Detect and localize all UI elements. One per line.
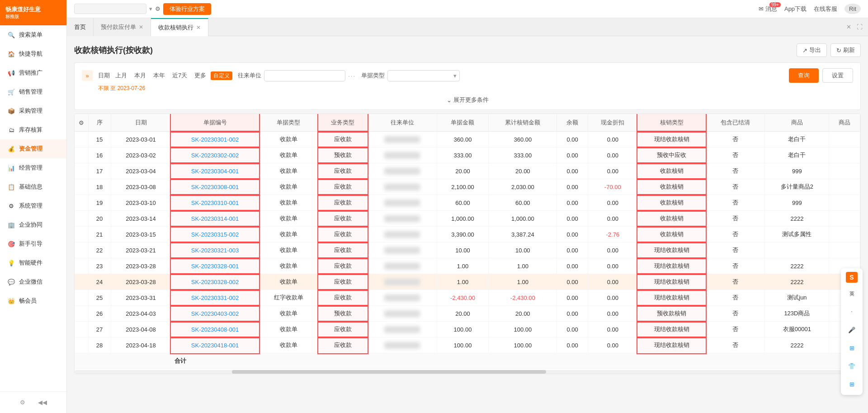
- bill-no-link[interactable]: SK-20230331-002: [191, 294, 239, 301]
- bill-no-link[interactable]: SK-20230310-001: [191, 199, 239, 206]
- date-btn-more[interactable]: 更多: [192, 71, 209, 81]
- sidebar-item-marketing[interactable]: 📢 营销推广: [0, 63, 66, 82]
- data-table: ⚙ 序 日期 单据编号 单据类型 业务类型 往来单位 单据金额 累计核销金额 余…: [75, 114, 860, 369]
- float-shirt-btn[interactable]: 👕: [844, 359, 859, 373]
- bill-no-link[interactable]: SK-20230321-003: [191, 247, 239, 254]
- bill-type-select[interactable]: [387, 70, 460, 81]
- sidebar-item-sales[interactable]: 🛒 销售管理: [0, 82, 66, 101]
- bill-no-cell: SK-20230304-001: [171, 163, 259, 179]
- export-btn[interactable]: ↗ 导出: [797, 43, 827, 57]
- sidebar-item-operations[interactable]: 📊 经营管理: [0, 158, 66, 177]
- sidebar-item-basic[interactable]: 📋 基础信息: [0, 177, 66, 196]
- notification-badge[interactable]: ✉ 消息 99+: [759, 5, 777, 13]
- balance-cell: 0.00: [557, 179, 588, 195]
- tab-home[interactable]: 首页: [67, 18, 94, 36]
- gear-column-header[interactable]: ⚙: [75, 114, 88, 132]
- sidebar-item-enterprise[interactable]: 🏢 企业协同: [0, 215, 66, 234]
- filter-toggle-btn[interactable]: »: [82, 70, 93, 81]
- gear-cell: [75, 258, 88, 274]
- tab-prepay[interactable]: 预付款应付单 ✕: [94, 18, 151, 36]
- sidebar-item-inventory[interactable]: 🗂 库存核算: [0, 120, 66, 139]
- sidebar-item-search[interactable]: 🔍 搜索菜单: [0, 25, 66, 44]
- partner-cell: hidden: [368, 163, 437, 179]
- bill-amount-cell: 2,100.00: [437, 179, 489, 195]
- balance-column-header: 余额: [557, 114, 588, 132]
- include-settled-cell: 否: [706, 322, 765, 337]
- tab-collection-close[interactable]: ✕: [196, 24, 201, 31]
- sidebar-item-system[interactable]: ⚙ 系统管理: [0, 196, 66, 215]
- cumulative-cell: 3,387.24: [489, 227, 557, 242]
- sidebar-item-finance[interactable]: 💰 资金管理: [0, 139, 66, 158]
- table-scrollbar[interactable]: [75, 370, 860, 374]
- bill-type-cell: 收款单: [259, 132, 318, 147]
- page-actions: ↗ 导出 ↻ 刷新: [797, 43, 861, 57]
- user-avatar[interactable]: Rit: [844, 4, 861, 14]
- bill-no-link[interactable]: SK-20230403-002: [191, 310, 239, 317]
- biz-type-cell: 应收款: [318, 258, 368, 274]
- settings-icon[interactable]: ⚙: [155, 5, 160, 12]
- search-input[interactable]: [74, 4, 146, 14]
- sidebar-bottom: ⚙ ◀◀: [0, 391, 66, 413]
- sidebar-item-hardware[interactable]: 💡 智能硬件: [0, 253, 66, 272]
- bill-no-link[interactable]: SK-20230328-001: [191, 263, 239, 270]
- setting-btn[interactable]: 设置: [822, 68, 853, 83]
- sidebar-item-wechat[interactable]: 💬 企业微信: [0, 272, 66, 291]
- goods-column-header: 商品: [765, 114, 829, 132]
- tab-prepay-close[interactable]: ✕: [139, 24, 143, 30]
- partner-cell: hidden: [368, 179, 437, 195]
- sidebar-item-member[interactable]: 👑 畅会员: [0, 291, 66, 310]
- message-icon: ✉: [759, 5, 764, 12]
- writeoff-type-cell: 收款核销: [637, 195, 706, 211]
- bill-no-link[interactable]: SK-20230314-001: [191, 215, 239, 222]
- bill-no-link[interactable]: SK-20230315-002: [191, 231, 239, 238]
- date-btn-prev-month[interactable]: 上月: [113, 71, 130, 81]
- settings-btn[interactable]: ⚙: [16, 395, 29, 409]
- partner-input[interactable]: [264, 70, 345, 81]
- seq-cell: 21: [88, 227, 111, 242]
- writeoff-type-cell: 现结收款核销: [637, 322, 706, 337]
- collapse-btn[interactable]: ◀◀: [34, 395, 51, 409]
- bill-no-cell: SK-20230301-002: [171, 132, 259, 147]
- float-mic-btn[interactable]: 🎤: [844, 323, 859, 337]
- more-options-btn[interactable]: ···: [348, 72, 356, 79]
- float-dot-btn[interactable]: ·: [844, 304, 859, 319]
- bill-no-link[interactable]: SK-20230301-002: [191, 136, 239, 143]
- cumulative-cell: 2,030.00: [489, 179, 557, 195]
- refresh-btn[interactable]: ↻ 刷新: [830, 43, 861, 57]
- online-service-link[interactable]: 在线客服: [814, 5, 837, 13]
- date-btn-this-month[interactable]: 本月: [132, 71, 149, 81]
- bill-amount-cell: 3,390.00: [437, 227, 489, 242]
- date-btn-this-year[interactable]: 本年: [151, 71, 168, 81]
- bill-no-link[interactable]: SK-20230408-001: [191, 326, 239, 333]
- sidebar-item-purchase[interactable]: 📦 采购管理: [0, 101, 66, 120]
- balance-cell: 0.00: [557, 306, 588, 322]
- bill-no-link[interactable]: SK-20230328-002: [191, 279, 239, 285]
- cash-discount-cell: 0.00: [588, 337, 637, 353]
- sidebar-item-quicknav[interactable]: 🏠 快捷导航: [0, 44, 66, 63]
- bill-no-cell: SK-20230418-001: [171, 337, 259, 353]
- query-btn[interactable]: 查询: [789, 68, 819, 83]
- biz-type-cell: 预收款: [318, 147, 368, 163]
- bill-no-link[interactable]: SK-20230304-001: [191, 168, 239, 175]
- date-btn-7days[interactable]: 近7天: [170, 71, 190, 81]
- float-grid2-btn[interactable]: ⊞: [844, 377, 859, 391]
- balance-cell: 0.00: [557, 147, 588, 163]
- gear-cell: [75, 274, 88, 290]
- sidebar-item-guide[interactable]: 🎯 新手引导: [0, 234, 66, 253]
- app-download-link[interactable]: App下载: [784, 5, 807, 13]
- bill-no-link[interactable]: SK-20230302-002: [191, 152, 239, 159]
- date-custom-btn[interactable]: 自定义: [211, 71, 232, 80]
- bill-no-link[interactable]: SK-20230308-001: [191, 184, 239, 190]
- gear-cell: [75, 132, 88, 147]
- bill-type-cell: 收款单: [259, 211, 318, 227]
- expand-btn[interactable]: ⌄ 展开更多条件: [447, 96, 489, 104]
- tab-collection[interactable]: 收款核销执行 ✕: [151, 18, 208, 36]
- bill-no-link[interactable]: SK-20230418-001: [191, 342, 239, 349]
- solution-btn[interactable]: 体验行业方案: [163, 3, 211, 15]
- maximize-icon[interactable]: ⛶: [855, 22, 864, 32]
- close-tab-icon[interactable]: ✕: [844, 22, 853, 32]
- bill-amount-cell: 1.00: [437, 274, 489, 290]
- balance-cell: 0.00: [557, 195, 588, 211]
- float-grid-btn[interactable]: ⊞: [844, 341, 859, 355]
- float-english-btn[interactable]: 英: [844, 286, 859, 301]
